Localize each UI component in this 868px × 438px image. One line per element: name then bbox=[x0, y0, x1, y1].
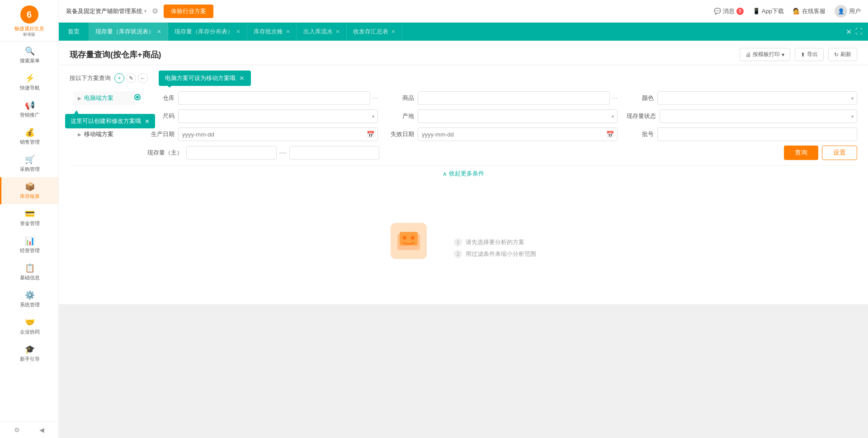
logo-icon: 6 bbox=[20, 5, 38, 24]
sidebar-item-finance[interactable]: 💳 资金管理 bbox=[0, 204, 58, 231]
color-select[interactable] bbox=[657, 91, 857, 105]
message-btn[interactable]: 💬 消息 9 bbox=[714, 7, 744, 15]
sidebar-item-marketing[interactable]: 📢 营销推广 bbox=[0, 96, 58, 123]
sidebar-item-label: 采购管理 bbox=[20, 166, 40, 173]
field-batch-no: 批号 bbox=[627, 127, 857, 141]
collapse-bar[interactable]: ∧ 收起更多条件 bbox=[70, 165, 857, 181]
tab-inventory-status[interactable]: 现存量（库存状况表） ✕ bbox=[89, 23, 168, 41]
exp-date-input[interactable] bbox=[418, 127, 618, 141]
edit-tooltip-close-icon[interactable]: ✕ bbox=[145, 118, 150, 125]
scheme-mobile-item[interactable]: ▶ 移动端方案 bbox=[73, 127, 137, 141]
content-area: 现存量查询(按仓库+商品) 🖨 按模板打印 ▾ ⬆ 导出 ↻ 刷新 bbox=[59, 41, 868, 438]
goods-dots[interactable]: ··· bbox=[612, 94, 618, 102]
sidebar-item-label: 库存核算 bbox=[20, 193, 40, 200]
export-btn[interactable]: ⬆ 导出 bbox=[795, 48, 824, 61]
inv-status-select[interactable] bbox=[660, 109, 857, 123]
back-btn[interactable]: ← bbox=[138, 73, 148, 83]
search-btn[interactable]: 查询 bbox=[784, 146, 818, 160]
online-support-btn[interactable]: 💁 在线客服 bbox=[793, 7, 826, 15]
topbar-left: 装备及固定资产辅助管理系统 ▾ ⚙ 体验行业方案 bbox=[66, 5, 213, 18]
tab-batch-ledger[interactable]: 库存批次账 ✕ bbox=[247, 23, 297, 41]
refresh-btn[interactable]: ↻ 刷新 bbox=[828, 48, 857, 61]
tab-label: 现存量（库存状况表） bbox=[95, 28, 154, 36]
tab-close-icon[interactable]: ✕ bbox=[286, 28, 290, 35]
sidebar-item-system[interactable]: ⚙️ 系统管理 bbox=[0, 286, 58, 313]
trial-btn[interactable]: 体验行业方案 bbox=[164, 5, 213, 18]
add-scheme-btn[interactable]: + bbox=[114, 73, 124, 83]
field-prod-date: 生产日期 📅 bbox=[147, 127, 378, 141]
range-dash: — bbox=[279, 149, 287, 157]
avatar: 👤 bbox=[835, 5, 847, 18]
empty-tips: 1 请先选择要分析的方案 2 用过滤条件来缩小分析范围 bbox=[454, 238, 536, 262]
sidebar-item-search[interactable]: 🔍 搜索菜单 bbox=[0, 42, 58, 69]
app-download-btn[interactable]: 📱 App下载 bbox=[753, 7, 784, 15]
mobile-icon: 📱 bbox=[753, 8, 760, 14]
sidebar-item-inventory[interactable]: 📦 库存核算 bbox=[0, 177, 58, 204]
filter-form: 仓库 ··· 商品 ··· bbox=[147, 91, 857, 160]
purchase-icon: 🛒 bbox=[25, 155, 35, 165]
enterprise-icon: 🤝 bbox=[25, 317, 35, 327]
system-icon: ⚙️ bbox=[25, 290, 35, 300]
tooltip-close-icon[interactable]: ✕ bbox=[239, 75, 245, 82]
prod-date-input[interactable] bbox=[178, 127, 378, 141]
quick-nav-icon: ⚡ bbox=[25, 73, 35, 83]
sidebar-item-purchase[interactable]: 🛒 采购管理 bbox=[0, 150, 58, 177]
calendar-icon[interactable]: 📅 bbox=[367, 131, 374, 138]
online-support-label: 在线客服 bbox=[802, 7, 826, 15]
tab-receive-summary[interactable]: 收发存汇总表 ✕ bbox=[347, 23, 402, 41]
sidebar-item-label: 企业协同 bbox=[20, 329, 40, 335]
tab-close-all-icon[interactable]: ✕ bbox=[846, 28, 852, 36]
size-select[interactable] bbox=[178, 109, 378, 123]
sidebar-item-basic[interactable]: 📋 基础信息 bbox=[0, 259, 58, 286]
filter-label: 按以下方案查询 bbox=[70, 74, 111, 82]
origin-select[interactable] bbox=[418, 109, 618, 123]
basic-icon: 📋 bbox=[25, 263, 35, 273]
sidebar-item-quick-nav[interactable]: ⚡ 快捷导航 bbox=[0, 69, 58, 96]
edit-tooltip: 这里可以创建和修改方案哦 ✕ bbox=[65, 114, 155, 128]
print-btn[interactable]: 🖨 按模板打印 ▾ bbox=[740, 48, 790, 61]
scheme-pc-item[interactable]: ▶ 电脑端方案 bbox=[73, 91, 137, 105]
chevron-right-icon: ▶ bbox=[78, 132, 81, 137]
tab-close-icon[interactable]: ✕ bbox=[157, 28, 161, 35]
edit-scheme-btn[interactable]: ✎ bbox=[126, 73, 136, 83]
support-icon: 💁 bbox=[793, 8, 800, 14]
page-actions: 🖨 按模板打印 ▾ ⬆ 导出 ↻ 刷新 bbox=[740, 48, 857, 61]
empty-tip-1: 1 请先选择要分析的方案 bbox=[454, 238, 536, 246]
sidebar-item-sales[interactable]: 💰 销售管理 bbox=[0, 123, 58, 150]
batch-no-input[interactable] bbox=[657, 127, 857, 141]
tab-maximize-icon[interactable]: ⛶ bbox=[855, 28, 863, 36]
svg-point-4 bbox=[411, 236, 415, 240]
calendar-icon[interactable]: 📅 bbox=[606, 131, 614, 138]
system-name: 装备及固定资产辅助管理系统 bbox=[66, 7, 142, 15]
page-title: 现存量查询(按仓库+商品) bbox=[70, 49, 161, 60]
tab-inventory-dist[interactable]: 现存量（库存分布表） ✕ bbox=[168, 23, 247, 41]
scheme-tooltip-text: 电脑方案可设为移动方案哦 bbox=[165, 74, 236, 82]
goods-input[interactable] bbox=[418, 91, 610, 105]
sidebar: 6 畅捷通好生意 标准版 🔍 搜索菜单 ⚡ 快捷导航 📢 营销推广 💰 销售管理… bbox=[0, 0, 59, 438]
sidebar-settings-btn[interactable]: ⚙ bbox=[14, 426, 20, 433]
inv-main-to-input[interactable] bbox=[289, 146, 380, 160]
inv-main-from-input[interactable] bbox=[186, 146, 277, 160]
system-name-dropdown[interactable]: 装备及固定资产辅助管理系统 ▾ bbox=[66, 7, 146, 15]
brand-name: 畅捷通好生意 bbox=[14, 25, 44, 32]
field-exp-date: 失效日期 📅 bbox=[387, 127, 618, 141]
warehouse-dots[interactable]: ··· bbox=[372, 94, 378, 102]
warehouse-input[interactable] bbox=[178, 91, 370, 105]
sidebar-item-guide[interactable]: 🎓 新手引导 bbox=[0, 340, 58, 367]
sidebar-item-enterprise[interactable]: 🤝 企业协同 bbox=[0, 313, 58, 340]
sidebar-item-operation[interactable]: 📊 经营管理 bbox=[0, 231, 58, 259]
set-btn[interactable]: 设置 bbox=[822, 146, 857, 160]
sidebar-item-label: 经营管理 bbox=[20, 247, 40, 254]
main-area: 装备及固定资产辅助管理系统 ▾ ⚙ 体验行业方案 💬 消息 9 📱 App下载 … bbox=[59, 0, 868, 438]
settings-icon[interactable]: ⚙ bbox=[152, 7, 158, 15]
search-icon: 🔍 bbox=[25, 46, 35, 56]
field-color: 颜色 ▾ bbox=[627, 91, 857, 105]
tab-in-out-flow[interactable]: 出入库流水 ✕ bbox=[297, 23, 347, 41]
sidebar-collapse-btn[interactable]: ◀ bbox=[39, 426, 44, 433]
user-menu[interactable]: 👤 用户 bbox=[835, 5, 861, 18]
tab-close-icon[interactable]: ✕ bbox=[236, 28, 241, 35]
tab-close-icon[interactable]: ✕ bbox=[335, 28, 340, 35]
tab-home[interactable]: 首页 bbox=[59, 23, 89, 41]
user-label: 用户 bbox=[849, 7, 861, 15]
tab-close-icon[interactable]: ✕ bbox=[391, 28, 396, 35]
